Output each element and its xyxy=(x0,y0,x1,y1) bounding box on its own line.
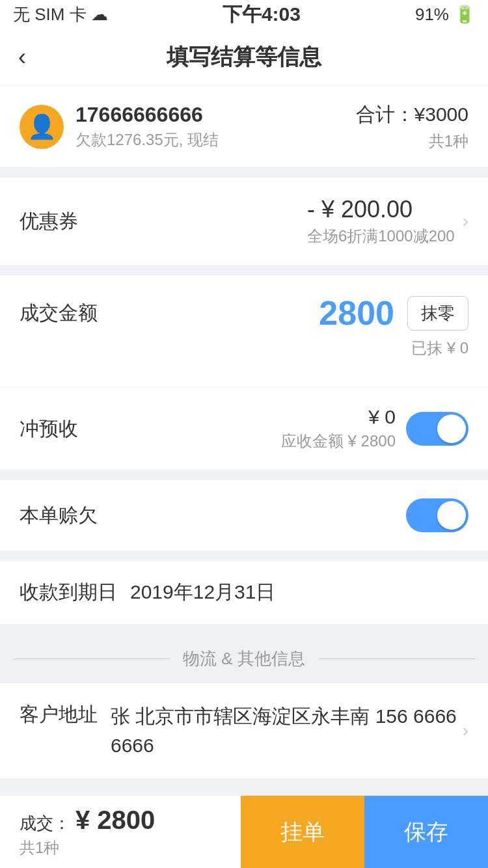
customer-left: 👤 17666666666 欠款1276.35元, 现结 xyxy=(20,103,219,150)
address-value: 张 北京市市辖区海淀区永丰南 156 6666 6666 xyxy=(111,701,463,760)
avatar: 👤 xyxy=(20,105,64,149)
coupon-card: 优惠券 - ¥ 200.00 全场6折满1000减200 › xyxy=(0,178,488,265)
arrears-toggle-knob xyxy=(437,501,466,530)
coupon-label: 优惠券 xyxy=(20,208,78,235)
customer-info: 17666666666 欠款1276.35元, 现结 xyxy=(75,103,219,150)
precollect-section: 冲预收 ¥ 0 应收金额 ¥ 2800 xyxy=(0,387,488,470)
divider-line-left xyxy=(13,658,170,659)
bottom-deal-count: 共1种 xyxy=(20,837,221,858)
toggle-knob xyxy=(437,414,466,443)
deal-right: 2800 抹零 xyxy=(319,293,468,332)
status-left: 无 SIM 卡 ☁ xyxy=(13,3,108,26)
back-button[interactable]: ‹ xyxy=(18,44,26,71)
duedate-label: 收款到期日 xyxy=(20,579,117,606)
battery-text: 91% xyxy=(415,5,449,25)
coupon-chevron-icon: › xyxy=(463,211,468,232)
bottom-summary-top: 成交： ¥ 2800 xyxy=(20,806,221,835)
precollect-label: 冲预收 xyxy=(20,416,78,442)
total-count: 共1种 xyxy=(356,131,468,152)
address-label: 客户地址 xyxy=(20,701,98,728)
signal-text: 无 SIM 卡 ☁ xyxy=(13,3,108,26)
address-section[interactable]: 客户地址 张 北京市市辖区海淀区永丰南 156 6666 6666 › xyxy=(0,683,488,778)
customer-sub-info: 欠款1276.35元, 现结 xyxy=(75,129,219,150)
deal-amount: 2800 xyxy=(319,293,394,332)
round-button[interactable]: 抹零 xyxy=(407,296,468,331)
deal-row: 成交金额 2800 抹零 xyxy=(20,293,468,332)
status-right: 91% 🔋 xyxy=(415,5,475,25)
status-bar: 无 SIM 卡 ☁ 下午4:03 91% 🔋 xyxy=(0,0,488,29)
status-time: 下午4:03 xyxy=(223,1,301,28)
address-chevron-icon: › xyxy=(463,720,468,741)
deal-label: 成交金额 xyxy=(20,300,98,327)
coupon-row[interactable]: 优惠券 - ¥ 200.00 全场6折满1000减200 › xyxy=(0,178,488,265)
deal-sub: 已抹 ¥ 0 xyxy=(20,338,468,359)
coupon-value-block: - ¥ 200.00 全场6折满1000减200 xyxy=(307,196,455,247)
customer-phone: 17666666666 xyxy=(75,103,219,127)
precollect-sub: 应收金额 ¥ 2800 xyxy=(281,431,396,452)
arrears-section: 本单赊欠 xyxy=(0,480,488,550)
save-button-label: 保存 xyxy=(404,817,448,847)
nav-bar: ‹ 填写结算等信息 xyxy=(0,29,488,86)
hang-button[interactable]: 挂单 xyxy=(241,796,364,869)
customer-row: 👤 17666666666 欠款1276.35元, 现结 合计：¥3000 共1… xyxy=(0,86,488,167)
hang-button-label: 挂单 xyxy=(280,817,325,847)
precollect-row: 冲预收 ¥ 0 应收金额 ¥ 2800 xyxy=(20,406,468,452)
precollect-value: ¥ 0 xyxy=(281,406,396,428)
page-title: 填写结算等信息 xyxy=(167,42,321,72)
deal-card: 成交金额 2800 抹零 已抹 ¥ 0 冲预收 ¥ 0 应收金额 ¥ 2800 xyxy=(0,275,488,470)
arrears-toggle[interactable] xyxy=(406,498,468,532)
bottom-deal-amount: ¥ 2800 xyxy=(75,806,155,835)
total-amount: 合计：¥3000 xyxy=(356,102,468,128)
coupon-value: - ¥ 200.00 xyxy=(307,196,455,223)
logistics-divider-text: 物流 & 其他信息 xyxy=(183,647,305,670)
precollect-right: ¥ 0 应收金额 ¥ 2800 xyxy=(281,406,468,452)
save-button[interactable]: 保存 xyxy=(364,796,488,869)
coupon-right: - ¥ 200.00 全场6折满1000减200 › xyxy=(307,196,468,247)
coupon-sub: 全场6折满1000减200 xyxy=(307,226,455,247)
precollect-value-block: ¥ 0 应收金额 ¥ 2800 xyxy=(281,406,396,452)
content: 👤 17666666666 欠款1276.35元, 现结 合计：¥3000 共1… xyxy=(0,86,488,868)
duedate-value: 2019年12月31日 xyxy=(130,579,275,606)
bottom-bar: 成交： ¥ 2800 共1种 挂单 保存 xyxy=(0,795,488,868)
customer-right: 合计：¥3000 共1种 xyxy=(356,102,468,152)
duedate-row: 收款到期日 2019年12月31日 xyxy=(20,579,468,606)
bottom-summary: 成交： ¥ 2800 共1种 xyxy=(0,806,241,858)
battery-icon: 🔋 xyxy=(454,5,475,25)
arrears-label: 本单赊欠 xyxy=(20,502,98,529)
precollect-toggle[interactable] xyxy=(406,412,468,446)
duedate-section: 收款到期日 2019年12月31日 xyxy=(0,561,488,624)
avatar-icon: 👤 xyxy=(27,113,57,141)
deal-section: 成交金额 2800 抹零 已抹 ¥ 0 xyxy=(0,275,488,377)
logistics-divider: 物流 & 其他信息 xyxy=(0,634,488,683)
divider-line-right xyxy=(318,658,475,659)
bottom-deal-label: 成交： xyxy=(20,812,70,835)
